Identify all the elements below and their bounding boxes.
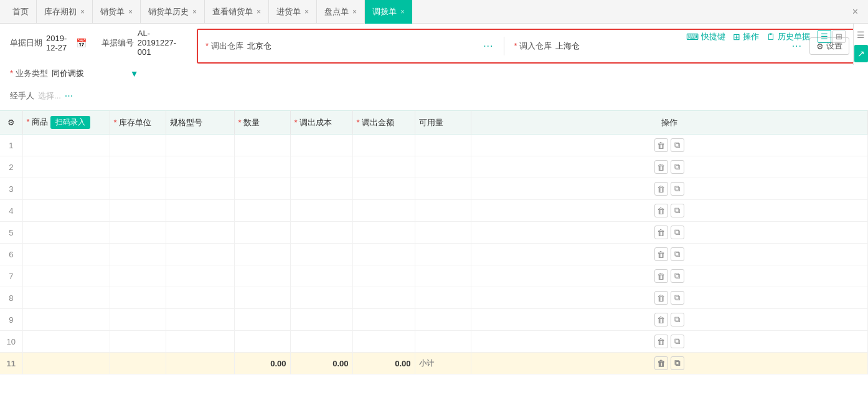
cell-qty[interactable] — [234, 244, 290, 265]
delete-row-button[interactable]: 🗑 — [654, 335, 668, 348]
cell-product[interactable] — [22, 222, 110, 244]
delete-row-button[interactable]: 🗑 — [654, 182, 668, 196]
cell-spec[interactable] — [166, 135, 234, 156]
delete-row-button[interactable]: 🗑 — [654, 226, 668, 239]
cell-product[interactable] — [22, 287, 110, 309]
cell-amount[interactable] — [352, 222, 415, 244]
cell-cost[interactable] — [290, 309, 352, 331]
cell-qty[interactable] — [234, 309, 290, 331]
tab-inventory-init[interactable]: 库存期初 × — [37, 0, 93, 24]
cell-qty[interactable] — [234, 156, 290, 178]
delete-row-button[interactable]: 🗑 — [654, 356, 668, 370]
manager-more-icon[interactable]: ··· — [65, 90, 73, 102]
delete-row-button[interactable]: 🗑 — [654, 269, 668, 283]
cell-cost[interactable] — [290, 200, 352, 222]
cell-spec[interactable] — [166, 331, 234, 353]
cell-spec[interactable] — [166, 222, 234, 244]
copy-row-button[interactable]: ⧉ — [671, 335, 684, 348]
cell-unit[interactable] — [110, 222, 166, 244]
cell-product[interactable] — [22, 244, 110, 265]
cell-spec[interactable] — [166, 178, 234, 200]
tab-purchase-order[interactable]: 进货单 × — [269, 0, 317, 24]
cell-amount[interactable] — [352, 244, 415, 265]
cell-unit[interactable] — [110, 353, 166, 374]
cell-amount[interactable] — [352, 309, 415, 331]
gear-icon[interactable]: ⚙ — [7, 118, 15, 127]
cell-spec[interactable] — [166, 309, 234, 331]
cell-cost[interactable] — [290, 156, 352, 178]
cell-available[interactable]: 小计 — [415, 353, 471, 374]
cell-spec[interactable] — [166, 156, 234, 178]
cell-unit[interactable] — [110, 244, 166, 265]
warehouse-out-more-icon[interactable]: ··· — [483, 40, 493, 52]
cell-cost[interactable] — [290, 244, 352, 265]
cell-qty[interactable] — [234, 265, 290, 287]
cell-cost[interactable] — [290, 331, 352, 353]
delete-row-button[interactable]: 🗑 — [654, 291, 668, 305]
close-tab-inventory-init[interactable]: × — [80, 7, 85, 16]
close-tab-purchase-order[interactable]: × — [304, 7, 309, 16]
cell-product[interactable] — [22, 331, 110, 353]
cell-product[interactable] — [22, 156, 110, 178]
delete-row-button[interactable]: 🗑 — [654, 138, 668, 152]
cell-available[interactable] — [415, 135, 471, 156]
cell-amount[interactable] — [352, 135, 415, 156]
cell-available[interactable] — [415, 309, 471, 331]
copy-row-button[interactable]: ⧉ — [671, 291, 684, 305]
shortcut-link[interactable]: ⌨ 快捷键 — [686, 31, 725, 42]
tab-sales-history[interactable]: 销货单历史 × — [141, 0, 205, 24]
cell-available[interactable] — [415, 265, 471, 287]
cell-cost[interactable] — [290, 265, 352, 287]
tab-inventory-check[interactable]: 盘点单 × — [317, 0, 365, 24]
copy-row-button[interactable]: ⧉ — [671, 313, 684, 326]
cell-unit[interactable] — [110, 265, 166, 287]
date-value[interactable]: 2019-12-27 — [46, 34, 71, 52]
delete-row-button[interactable]: 🗑 — [654, 204, 668, 217]
sidebar-list-btn[interactable]: ☰ — [854, 26, 868, 44]
cell-available[interactable] — [415, 244, 471, 265]
cell-spec[interactable] — [166, 265, 234, 287]
cell-unit[interactable] — [110, 309, 166, 331]
cell-product[interactable] — [22, 135, 110, 156]
cell-unit[interactable] — [110, 331, 166, 353]
copy-row-button[interactable]: ⧉ — [671, 269, 684, 283]
cell-product[interactable] — [22, 200, 110, 222]
cell-cost[interactable] — [290, 222, 352, 244]
cell-available[interactable] — [415, 287, 471, 309]
cell-cost[interactable]: 0.00 — [290, 353, 352, 374]
manager-placeholder[interactable]: 选择... — [38, 90, 61, 102]
tab-home[interactable]: 首页 — [5, 0, 37, 24]
cell-qty[interactable] — [234, 287, 290, 309]
close-tab-inventory-check[interactable]: × — [352, 7, 357, 16]
cell-amount[interactable] — [352, 265, 415, 287]
cell-unit[interactable] — [110, 178, 166, 200]
cell-amount[interactable] — [352, 178, 415, 200]
copy-row-button[interactable]: ⧉ — [671, 160, 684, 174]
cell-product[interactable] — [22, 265, 110, 287]
copy-row-button[interactable]: ⧉ — [671, 226, 684, 239]
cell-qty[interactable]: 0.00 — [234, 353, 290, 374]
cell-cost[interactable] — [290, 135, 352, 156]
delete-row-button[interactable]: 🗑 — [654, 247, 668, 261]
cell-qty[interactable] — [234, 222, 290, 244]
cell-product[interactable] — [22, 353, 110, 374]
warehouse-out-value[interactable]: 北京仓 — [247, 40, 271, 52]
close-tab-sales-history[interactable]: × — [192, 7, 197, 16]
cell-qty[interactable] — [234, 331, 290, 353]
copy-row-button[interactable]: ⧉ — [671, 182, 684, 196]
cell-spec[interactable] — [166, 244, 234, 265]
business-type-value[interactable]: 同价调拨 — [52, 68, 126, 79]
cell-amount[interactable] — [352, 156, 415, 178]
tab-view-sales[interactable]: 查看销货单 × — [205, 0, 269, 24]
cell-product[interactable] — [22, 178, 110, 200]
cell-cost[interactable] — [290, 178, 352, 200]
cell-qty[interactable] — [234, 135, 290, 156]
scan-button[interactable]: 扫码录入 — [50, 116, 90, 129]
tab-sales-order[interactable]: 销货单 × — [93, 0, 141, 24]
cell-amount[interactable]: 0.00 — [352, 353, 415, 374]
tab-transfer-order[interactable]: 调拨单 × — [365, 0, 412, 24]
cell-cost[interactable] — [290, 287, 352, 309]
calendar-icon[interactable]: 📅 — [76, 38, 87, 48]
cell-available[interactable] — [415, 200, 471, 222]
list-view-btn[interactable]: ☰ — [818, 30, 831, 43]
